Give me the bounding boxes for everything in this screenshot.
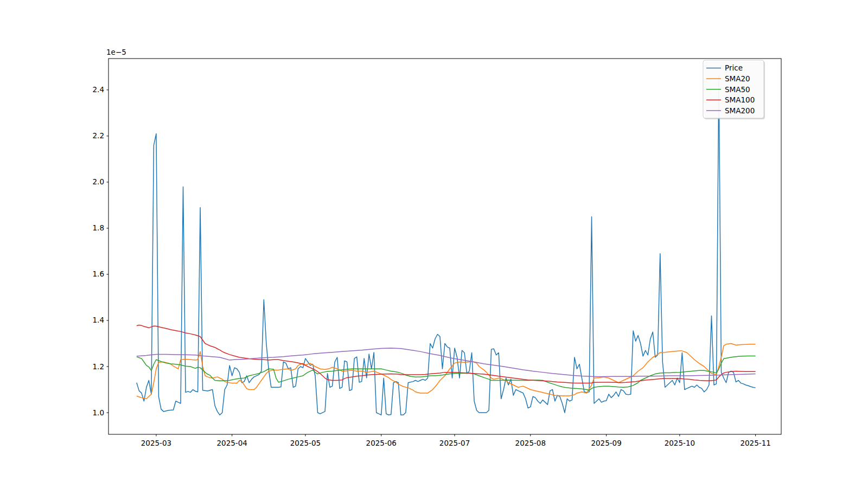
legend-label: SMA50 <box>725 85 750 94</box>
x-tick-label: 2025-03 <box>141 439 171 447</box>
y-axis-offset-label: 1e−5 <box>106 48 126 56</box>
legend: PriceSMA20SMA50SMA100SMA200 <box>703 60 765 119</box>
x-tick-label: 2025-07 <box>439 439 470 447</box>
legend-label: SMA200 <box>725 106 755 115</box>
y-tick-label: 1.6 <box>93 269 104 278</box>
y-tick-label: 2.4 <box>93 85 104 94</box>
chart-figure: 1e−5 2025-032025-042025-052025-062025-07… <box>0 0 868 488</box>
x-tick-label: 2025-10 <box>665 439 695 447</box>
y-tick-label: 1.8 <box>93 223 104 232</box>
x-tick-label: 2025-08 <box>515 439 546 447</box>
x-tick-label: 2025-11 <box>740 439 770 447</box>
x-tick-label: 2025-06 <box>366 439 397 447</box>
x-tick-label: 2025-05 <box>290 439 321 447</box>
y-tick-label: 1.0 <box>93 408 104 417</box>
y-tick-label: 2.0 <box>93 177 104 186</box>
x-tick-label: 2025-09 <box>591 439 621 447</box>
y-tick-label: 1.2 <box>93 362 104 371</box>
line-chart: 2025-032025-042025-052025-062025-072025-… <box>0 0 868 488</box>
legend-label: Price <box>725 63 743 72</box>
y-tick-label: 1.4 <box>93 316 104 324</box>
y-tick-label: 2.2 <box>93 131 104 140</box>
x-tick-label: 2025-04 <box>217 439 247 447</box>
legend-label: SMA100 <box>725 95 755 104</box>
legend-label: SMA20 <box>725 74 750 83</box>
